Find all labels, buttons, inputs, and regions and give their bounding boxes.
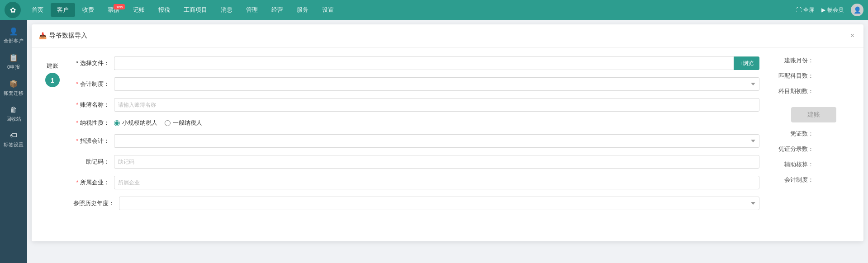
- step-circle: 1: [45, 73, 60, 87]
- memo-input[interactable]: [114, 155, 759, 169]
- company-label: 所属企业：: [73, 178, 109, 187]
- tax-small-label: 小规模纳税人: [122, 119, 157, 127]
- accountant-row: 指派会计：: [73, 134, 759, 148]
- dialog-title-icon: 📥: [39, 32, 47, 39]
- sidebar-item-label: 标签设置: [4, 141, 24, 148]
- sidebar-item-tags[interactable]: 🏷 标签设置: [1, 128, 26, 152]
- file-label: * 选择文件：: [73, 59, 109, 67]
- memo-row: 助记码：: [73, 155, 759, 169]
- nav-items: 首页 客户 收费 票据 new 记账 报税 工商项目 消息 管理 经营 服务 设…: [25, 3, 796, 17]
- nav-billing[interactable]: 收费: [76, 3, 100, 17]
- all-customers-icon: 👤: [9, 27, 18, 36]
- logo: ✿: [5, 2, 21, 18]
- accounting-row: 会计制度：: [73, 77, 759, 91]
- nav-management[interactable]: 管理: [240, 3, 264, 17]
- tax-row: 纳税性质： 小规模纳税人 一般纳税人: [73, 119, 759, 127]
- recycle-icon: 🗑: [10, 106, 17, 114]
- nav-operations[interactable]: 经营: [265, 3, 289, 17]
- sidebar-item-migration[interactable]: 📦 账套迁移: [1, 76, 26, 100]
- company-input[interactable]: [114, 176, 759, 189]
- memo-label: 助记码：: [73, 158, 109, 166]
- history-label: 参照历史年度：: [73, 199, 114, 207]
- avatar[interactable]: 👤: [851, 4, 863, 16]
- tax-general-radio[interactable]: 一般纳税人: [165, 119, 202, 127]
- info-auxiliary-label: 辅助核算：: [778, 160, 814, 169]
- declaration-icon: 📋: [9, 53, 18, 62]
- sidebar-item-all-customers[interactable]: 👤 全部客户: [1, 23, 26, 48]
- sidebar: 👤 全部客户 📋 0申报 📦 账套迁移 🗑 回收站 🏷 标签设置: [0, 20, 27, 263]
- nav-tax[interactable]: 报税: [152, 3, 176, 17]
- info-subject-initial: 科目期初数：: [778, 87, 850, 95]
- ledger-input[interactable]: [114, 98, 759, 112]
- vip-label: 畅会员: [827, 6, 844, 14]
- dialog-header: 📥 导爷数据导入 ×: [32, 24, 863, 47]
- accountant-select[interactable]: [114, 134, 759, 148]
- file-input-group: +浏览: [114, 56, 759, 70]
- info-panel: 建账月份： 匹配科目数： 科目期初数： 建账: [759, 56, 850, 210]
- sidebar-item-label: 账套迁移: [4, 90, 24, 97]
- step-indicator: 建账 1: [45, 56, 60, 210]
- vip-btn[interactable]: ▶ 畅会员: [821, 6, 844, 14]
- avatar-icon: 👤: [854, 6, 861, 14]
- company-row: 所属企业：: [73, 176, 759, 189]
- info-accounting-system-label: 会计制度：: [778, 176, 814, 184]
- nav-home[interactable]: 首页: [25, 3, 50, 17]
- migration-icon: 📦: [9, 80, 18, 88]
- info-matched-subjects-label: 匹配科目数：: [778, 72, 814, 80]
- tax-small-input[interactable]: [114, 120, 120, 126]
- build-btn-area: 建账: [778, 103, 850, 122]
- file-input[interactable]: [114, 56, 734, 70]
- fullscreen-btn[interactable]: ⛶ 全屏: [796, 6, 814, 14]
- sidebar-item-label: 回收站: [6, 116, 21, 122]
- tags-icon: 🏷: [10, 132, 17, 140]
- tax-small-radio[interactable]: 小规模纳税人: [114, 119, 157, 127]
- browse-button[interactable]: +浏览: [734, 56, 759, 70]
- info-voucher-entries-label: 凭证分录数：: [778, 145, 814, 153]
- dialog: 📥 导爷数据导入 × 建账 1: [32, 24, 863, 241]
- tax-general-label: 一般纳税人: [173, 119, 202, 127]
- info-voucher-entries: 凭证分录数：: [778, 145, 850, 153]
- new-badge: new: [114, 4, 125, 9]
- main-layout: 👤 全部客户 📋 0申报 📦 账套迁移 🗑 回收站 🏷 标签设置 📥 导爷: [0, 20, 868, 263]
- dialog-title-text: 导爷数据导入: [49, 32, 87, 40]
- info-vouchers-label: 凭证数：: [778, 130, 814, 138]
- sidebar-item-zero-declaration[interactable]: 📋 0申报: [1, 50, 26, 74]
- sidebar-item-label: 全部客户: [4, 38, 24, 44]
- nav-settings[interactable]: 设置: [316, 3, 340, 17]
- nav-accounting[interactable]: 记账: [127, 3, 151, 17]
- info-build-month: 建账月份：: [778, 56, 850, 65]
- info-matched-subjects: 匹配科目数：: [778, 72, 850, 80]
- sidebar-item-recycle[interactable]: 🗑 回收站: [1, 102, 26, 126]
- dialog-body: 建账 1 * 选择文件： +浏览: [32, 47, 863, 219]
- topnav-right: ⛶ 全屏 ▶ 畅会员 👤: [796, 4, 863, 16]
- nav-tickets[interactable]: 票据 new: [101, 3, 126, 17]
- step-label: 建账: [47, 62, 58, 70]
- nav-customers[interactable]: 客户: [51, 3, 75, 17]
- top-navigation: ✿ 首页 客户 收费 票据 new 记账 报税 工商项目 消息 管理 经营 服务…: [0, 0, 868, 20]
- accounting-label: 会计制度：: [73, 80, 109, 88]
- info-subject-initial-label: 科目期初数：: [778, 87, 814, 95]
- history-select[interactable]: [119, 197, 759, 210]
- accounting-select[interactable]: [114, 77, 759, 91]
- info-build-month-label: 建账月份：: [778, 56, 814, 65]
- tax-radio-group: 小规模纳税人 一般纳税人: [114, 119, 759, 127]
- nav-services[interactable]: 服务: [290, 3, 315, 17]
- file-row: * 选择文件： +浏览: [73, 56, 759, 70]
- vip-icon: ▶: [821, 7, 825, 13]
- dialog-close-button[interactable]: ×: [849, 30, 856, 42]
- main-content: 📥 导爷数据导入 × 建账 1: [27, 20, 868, 263]
- history-row: 参照历史年度：: [73, 197, 759, 210]
- form-fields: * 选择文件： +浏览 会计制度：: [73, 56, 759, 210]
- nav-business[interactable]: 工商项目: [177, 3, 213, 17]
- nav-messages[interactable]: 消息: [214, 3, 239, 17]
- build-account-button[interactable]: 建账: [791, 107, 836, 122]
- fullscreen-icon: ⛶: [796, 7, 802, 13]
- fullscreen-label: 全屏: [803, 6, 814, 14]
- info-auxiliary: 辅助核算：: [778, 160, 850, 169]
- step-number: 1: [51, 76, 54, 84]
- tax-label: 纳税性质：: [73, 119, 109, 127]
- info-accounting-system: 会计制度：: [778, 176, 850, 184]
- tax-general-input[interactable]: [165, 120, 171, 126]
- form-area: 建账 1 * 选择文件： +浏览: [45, 56, 759, 210]
- accountant-label: 指派会计：: [73, 137, 109, 145]
